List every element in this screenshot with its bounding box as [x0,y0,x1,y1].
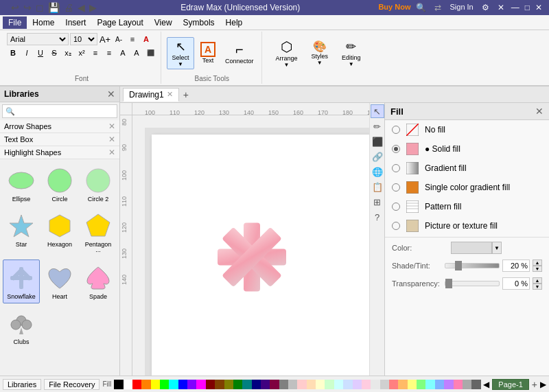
fill-option-pattern[interactable]: Pattern fill [385,197,549,216]
library-item-close-btn[interactable]: ✕ [108,122,115,131]
color-swatch[interactable] [279,380,288,389]
font-dialog-btn[interactable]: ⬛ [144,47,156,59]
side-note-btn[interactable]: 📋 [371,180,384,194]
menu-page-layout[interactable]: Page Layout [91,16,148,29]
library-search-input[interactable] [2,104,117,118]
close-panel-icon[interactable]: ✕ [498,3,504,12]
color-swatch[interactable] [471,380,480,389]
color-swatch[interactable] [124,380,132,389]
menu-file[interactable]: File [3,16,27,29]
font-increase-btn[interactable]: A+ [99,33,111,45]
menu-home[interactable]: Home [27,16,60,29]
sign-in-link[interactable]: Sign In [449,3,473,12]
fill-option-texture[interactable]: Picture or texture fill [385,216,549,235]
select-btn[interactable]: ↖ Select ▼ [167,37,194,69]
color-swatch[interactable] [389,380,398,389]
shape-snowflake[interactable]: Snowflake [3,260,40,303]
side-pen-btn[interactable]: ✏ [371,119,384,133]
page-name-tab[interactable]: Page-1 [492,379,528,390]
fill-option-single-gradient[interactable]: Single color gradient fill [385,178,549,197]
shape-circle2[interactable]: Circle 2 [80,162,117,206]
fill-option-solid[interactable]: ● Solid fill [385,139,549,159]
color-swatch[interactable] [233,380,242,389]
color-swatch[interactable] [334,380,343,389]
minimize-btn[interactable]: — [511,3,519,12]
fill-option-no-fill[interactable]: No fill [385,120,549,139]
connector-btn[interactable]: ⌐ Connector [222,40,257,67]
side-pointer-btn[interactable]: ↖ [371,104,384,118]
color-swatch[interactable] [242,380,251,389]
color-swatch[interactable] [408,380,417,389]
shade-tint-up-btn[interactable]: ▲ [533,260,542,266]
side-globe-btn[interactable]: 🌐 [371,165,384,178]
new-tab-btn[interactable]: + [183,89,189,100]
shape-heart[interactable]: Heart [41,260,78,303]
side-help-btn[interactable]: ? [371,210,384,224]
maximize-btn[interactable]: □ [525,3,530,12]
fill-color-dropdown-btn[interactable]: ▼ [492,242,502,254]
library-item-arrow-shapes[interactable]: Arrow Shapes ✕ [0,120,119,133]
text-highlight-btn[interactable]: A [117,47,129,59]
color-swatch[interactable] [132,380,141,389]
save-btn[interactable]: 💾 [47,1,61,14]
color-swatch[interactable] [380,380,389,389]
nav-next-btn[interactable]: ▶ [540,380,546,389]
underline-btn[interactable]: U [34,47,47,59]
color-swatch[interactable] [454,380,463,389]
color-swatch[interactable] [196,380,205,389]
color-swatch[interactable] [151,380,160,389]
shape-hexagon[interactable]: Hexagon [41,207,78,258]
color-swatch[interactable] [297,380,306,389]
fill-color-swatch[interactable] [451,242,492,254]
undo-btn[interactable]: ↩ [10,1,21,14]
color-swatch[interactable] [398,380,407,389]
canvas-scroll-area[interactable] [145,128,369,376]
color-swatch[interactable] [206,380,215,389]
color-swatch[interactable] [252,380,261,389]
align-btn[interactable]: ≡ [126,33,139,45]
side-fill-btn[interactable]: ⬛ [371,135,384,148]
menu-symbols[interactable]: Symbols [178,16,220,29]
redo-btn[interactable]: ↪ [22,1,33,14]
styles-btn[interactable]: 🎨 Styles ▼ [307,38,334,68]
transparency-down-btn[interactable]: ▼ [533,284,542,290]
indent-btn[interactable]: ≡ [103,47,115,59]
color-swatch[interactable] [270,380,279,389]
library-item-close-btn[interactable]: ✕ [108,148,115,157]
text-btn[interactable]: A Text [197,40,219,66]
close-btn[interactable]: ✕ [535,3,542,12]
shade-tint-value[interactable] [502,260,530,272]
font-size-select[interactable]: 10 [70,33,97,45]
settings-icon[interactable]: ⚙ [482,3,489,12]
char-spacing-btn[interactable]: A [130,47,143,59]
menu-help[interactable]: Help [220,16,248,29]
superscript-btn[interactable]: x² [75,47,88,59]
color-swatch[interactable] [417,380,425,389]
add-page-btn[interactable]: + [532,379,537,390]
canvas-snowflake-shape[interactable] [211,216,293,300]
color-swatch[interactable] [114,380,123,389]
fill-option-gradient[interactable]: Gradient fill [385,159,549,178]
color-swatch[interactable] [307,380,316,389]
menu-insert[interactable]: Insert [60,16,91,29]
color-swatch[interactable] [261,380,270,389]
side-expand-btn[interactable]: ⊞ [371,195,384,209]
library-item-text-box[interactable]: Text Box ✕ [0,133,119,146]
color-swatch[interactable] [288,380,297,389]
color-swatch[interactable] [463,380,471,389]
libraries-tab-btn[interactable]: Libraries [3,379,41,390]
color-swatch[interactable] [215,380,224,389]
color-swatch[interactable] [316,380,325,389]
fill-panel-close-btn[interactable]: ✕ [535,106,544,117]
tab-drawing1[interactable]: Drawing1 ✕ [123,88,179,102]
color-swatch[interactable] [169,380,178,389]
arrange-btn[interactable]: ⬡ Arrange ▼ [270,36,302,70]
menu-view[interactable]: View [149,16,178,29]
shade-tint-down-btn[interactable]: ▼ [533,266,542,272]
subscript-btn[interactable]: x₂ [62,47,74,59]
shape-pentagon[interactable]: Pentagon ··· [80,207,117,258]
libraries-close-btn[interactable]: ✕ [107,89,115,100]
color-swatch[interactable] [343,380,352,389]
color-swatch[interactable] [141,380,150,389]
color-swatch[interactable] [178,380,187,389]
